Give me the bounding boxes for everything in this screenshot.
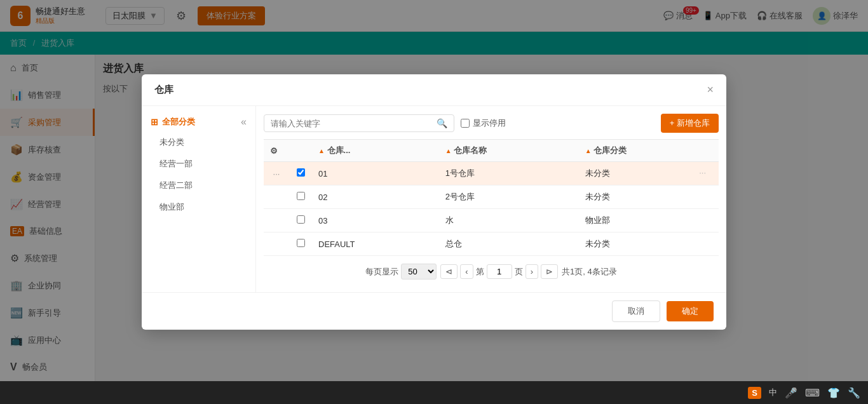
dialog-header: 仓库 × xyxy=(142,74,726,106)
row-category: 物业部 xyxy=(579,209,719,232)
per-page-selector: 每页显示 50 10 20 100 xyxy=(365,264,437,279)
row-code: 02 xyxy=(312,185,439,209)
grid-icon: ⊞ xyxy=(151,117,158,127)
warehouse-table: ⚙ ▲ 仓库... ▲ 仓库名称 ▲ xyxy=(264,139,719,256)
col-gear: ⚙ xyxy=(264,140,289,162)
show-disabled-toggle[interactable]: 显示停用 xyxy=(461,118,506,129)
sort-icon: ▲ xyxy=(318,147,325,154)
dialog-title: 仓库 xyxy=(154,84,173,96)
category-item-operations2[interactable]: 经营二部 xyxy=(142,175,255,196)
bottom-bar: S 中 🎤 ⌨ 👕 🔧 xyxy=(0,381,868,404)
table-row[interactable]: ··· 01 1号仓库 未分类 ··· xyxy=(264,162,719,185)
table-row[interactable]: DEFAULT 总仓 未分类 xyxy=(264,232,719,256)
row-gear[interactable]: ··· xyxy=(264,162,289,185)
first-page-button[interactable]: ⊲ xyxy=(440,264,458,279)
table-row[interactable]: 03 水 物业部 xyxy=(264,209,719,232)
col-category: ▲ 仓库分类 xyxy=(579,140,719,162)
sort-icon: ▲ xyxy=(585,147,592,154)
shirt-icon: 👕 xyxy=(827,387,840,399)
row-checkbox[interactable] xyxy=(297,168,305,177)
row-code: 03 xyxy=(312,209,439,232)
col-name: ▲ 仓库名称 xyxy=(439,140,579,162)
pagination: 每页显示 50 10 20 100 ⊲ ‹ 第 页 xyxy=(264,256,719,285)
dialog-close-button[interactable]: × xyxy=(707,83,714,97)
search-input[interactable] xyxy=(271,119,437,128)
search-box: 🔍 xyxy=(264,114,454,132)
row-check[interactable] xyxy=(289,232,312,256)
prev-page-button[interactable]: ‹ xyxy=(460,264,473,279)
category-item-property[interactable]: 物业部 xyxy=(142,196,255,218)
row-check[interactable] xyxy=(289,209,312,232)
row-check[interactable] xyxy=(289,162,312,185)
list-panel: 🔍 显示停用 + 新增仓库 ⚙ ▲ xyxy=(256,106,726,292)
row-gear[interactable] xyxy=(264,185,289,209)
more-icon[interactable]: ··· xyxy=(273,169,280,178)
chinese-icon[interactable]: 中 xyxy=(769,387,777,398)
collapse-panel-button[interactable]: « xyxy=(241,116,247,128)
modal-overlay: 仓库 × ⊞ 全部分类 « 未分类 经营一部 xyxy=(0,0,868,404)
row-checkbox[interactable] xyxy=(297,215,305,224)
row-gear[interactable] xyxy=(264,232,289,256)
cancel-button[interactable]: 取消 xyxy=(612,300,660,322)
category-header: ⊞ 全部分类 « xyxy=(142,112,255,131)
list-toolbar: 🔍 显示停用 + 新增仓库 xyxy=(264,114,719,133)
row-gear[interactable] xyxy=(264,209,289,232)
row-name: 总仓 xyxy=(439,232,579,256)
col-code: ▲ 仓库... xyxy=(312,140,439,162)
keyboard-icon[interactable]: ⌨ xyxy=(805,387,820,399)
row-code: 01 xyxy=(312,162,439,185)
search-icon[interactable]: 🔍 xyxy=(437,118,447,128)
all-categories-label: 全部分类 xyxy=(162,116,195,128)
col-check xyxy=(289,140,312,162)
all-categories-item[interactable]: ⊞ 全部分类 xyxy=(151,116,195,128)
category-item-uncategorized[interactable]: 未分类 xyxy=(142,131,255,153)
dialog-body: ⊞ 全部分类 « 未分类 经营一部 经营二部 物业部 xyxy=(142,106,726,292)
dialog-footer: 取消 确定 xyxy=(142,292,726,330)
last-page-button[interactable]: ⊳ xyxy=(541,264,558,279)
page-number-input[interactable] xyxy=(487,264,512,279)
row-check[interactable] xyxy=(289,185,312,209)
row-checkbox[interactable] xyxy=(297,239,305,247)
category-item-operations1[interactable]: 经营一部 xyxy=(142,153,255,175)
row-category: 未分类 xyxy=(579,185,719,209)
page-navigation: ⊲ ‹ 第 页 › ⊳ xyxy=(440,264,558,279)
warehouse-dialog: 仓库 × ⊞ 全部分类 « 未分类 经营一部 xyxy=(142,74,726,330)
row-name: 水 xyxy=(439,209,579,232)
row-name: 2号仓库 xyxy=(439,185,579,209)
sort-icon: ▲ xyxy=(445,147,452,154)
confirm-button[interactable]: 确定 xyxy=(667,301,714,321)
mic-icon[interactable]: 🎤 xyxy=(785,387,797,399)
row-category: 未分类 xyxy=(579,232,719,256)
add-warehouse-button[interactable]: + 新增仓库 xyxy=(661,114,719,133)
page-total-info: 共1页, 4条记录 xyxy=(562,266,617,278)
show-disabled-checkbox[interactable] xyxy=(461,119,470,128)
tools-icon[interactable]: 🔧 xyxy=(848,387,860,399)
row-checkbox[interactable] xyxy=(297,192,305,200)
table-row[interactable]: 02 2号仓库 未分类 xyxy=(264,185,719,209)
next-page-button[interactable]: › xyxy=(526,264,538,279)
row-code: DEFAULT xyxy=(312,232,439,256)
per-page-select[interactable]: 50 10 20 100 xyxy=(401,264,437,279)
category-panel: ⊞ 全部分类 « 未分类 经营一部 经营二部 物业部 xyxy=(142,106,256,292)
bottom-logo-icon: S xyxy=(748,387,761,399)
row-category: 未分类 ··· xyxy=(579,162,719,185)
row-name: 1号仓库 xyxy=(439,162,579,185)
